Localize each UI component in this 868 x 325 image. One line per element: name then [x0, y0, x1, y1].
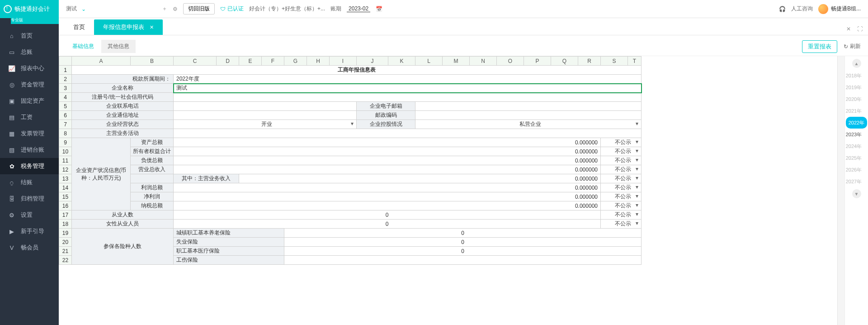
col-J[interactable]: J [357, 57, 388, 66]
row-4[interactable]: 4 [59, 93, 72, 102]
row-8[interactable]: 8 [59, 129, 72, 138]
row-21[interactable]: 21 [59, 247, 72, 256]
metric-val[interactable]: 0.000000 [174, 192, 601, 201]
row-18[interactable]: 18 [59, 220, 72, 229]
postal-input[interactable] [415, 111, 642, 120]
year-2026年[interactable]: 2026年 [846, 164, 867, 176]
sidebar-item-ledger[interactable]: ▭总账 [0, 44, 59, 60]
row-15[interactable]: 15 [59, 192, 72, 201]
metric-val[interactable]: 0.000000 [174, 156, 601, 165]
col-M[interactable]: M [443, 57, 470, 66]
switch-old-button[interactable]: 切回旧版 [183, 3, 215, 14]
year-2020年[interactable]: 2020年 [846, 93, 867, 105]
row-16[interactable]: 16 [59, 201, 72, 210]
gear-icon[interactable]: ⚙ [173, 6, 178, 12]
year-down-icon[interactable]: ▼ [852, 189, 861, 198]
row-10[interactable]: 10 [59, 147, 72, 156]
row-14[interactable]: 14 [59, 183, 72, 192]
emp-pub[interactable]: 不公示 [601, 210, 642, 220]
refresh-button[interactable]: ↻ 刷新 [844, 43, 861, 50]
year-2019年[interactable]: 2019年 [846, 81, 867, 93]
year-2025年[interactable]: 2025年 [846, 152, 867, 164]
year-up-icon[interactable]: ▲ [852, 59, 861, 68]
close-all-icon[interactable]: ✕ [846, 26, 851, 32]
col-G[interactable]: G [284, 57, 307, 66]
spreadsheet[interactable]: ABCDEFGHIJKLMNOPQRST1工商年报信息表2税款所属期间：2022… [59, 56, 837, 325]
company-select[interactable]: 测试 ⌄ [66, 5, 156, 13]
status-select[interactable]: 开业 [174, 120, 357, 129]
ins-val[interactable]: 0 [284, 238, 642, 247]
sidebar-item-asset[interactable]: ▣固定资产 [0, 93, 59, 109]
sidebar-item-report[interactable]: 📈报表中心 [0, 60, 59, 76]
ins-val[interactable] [284, 256, 642, 265]
subtab-other[interactable]: 其他信息 [101, 40, 136, 53]
sidebar-item-salary[interactable]: ▤工资 [0, 109, 59, 125]
metric-pub[interactable]: 不公示 [601, 165, 642, 174]
ins-val[interactable]: 0 [284, 247, 642, 256]
row-11[interactable]: 11 [59, 156, 72, 165]
tab-home[interactable]: 首页 [64, 19, 94, 35]
col-E[interactable]: E [239, 57, 262, 66]
sidebar-item-tax[interactable]: ✿税务管理 [0, 158, 59, 174]
holding-select[interactable]: 私营企业 [415, 120, 642, 129]
regno-input[interactable] [174, 93, 642, 102]
sidebar-item-settings[interactable]: ⚙设置 [0, 207, 59, 223]
metric-pub[interactable]: 不公示 [601, 201, 642, 210]
sidebar-item-archive[interactable]: 🗄归档管理 [0, 191, 59, 207]
row-22[interactable]: 22 [59, 256, 72, 265]
row-3[interactable]: 3 [59, 84, 72, 93]
year-2021年[interactable]: 2021年 [846, 105, 867, 117]
metric-val[interactable]: 0.000000 [174, 165, 601, 174]
metric-val[interactable]: 0.000000 [239, 174, 601, 183]
tab-annual-report[interactable]: 年报信息申报表 ✕ [94, 19, 163, 35]
col-Q[interactable]: Q [551, 57, 578, 66]
row-1[interactable]: 1 [59, 66, 72, 75]
headset-icon[interactable]: 🎧 [779, 6, 786, 12]
email-input[interactable] [415, 102, 642, 111]
female-pub[interactable]: 不公示 [601, 220, 642, 229]
row-9[interactable]: 9 [59, 138, 72, 147]
row-7[interactable]: 7 [59, 120, 72, 129]
ins-val[interactable]: 0 [284, 229, 642, 238]
row-13[interactable]: 13 [59, 174, 72, 183]
phone-input[interactable] [174, 102, 357, 111]
row-12[interactable]: 12 [59, 165, 72, 174]
metric-val[interactable]: 0.000000 [174, 183, 601, 192]
sidebar-item-close-period[interactable]: ⍜结账 [0, 174, 59, 191]
col-O[interactable]: O [497, 57, 524, 66]
expand-icon[interactable]: ⛶ [857, 26, 863, 32]
subtab-basic[interactable]: 基础信息 [66, 40, 100, 53]
metric-val[interactable]: 0.000000 [174, 138, 601, 147]
year-2027年[interactable]: 2027年 [846, 176, 867, 187]
emp-val[interactable]: 0 [174, 210, 601, 220]
female-val[interactable]: 0 [174, 220, 601, 229]
row-19[interactable]: 19 [59, 229, 72, 238]
sidebar-item-invoice[interactable]: ▦发票管理 [0, 125, 59, 142]
metric-val[interactable]: 0.000000 [174, 147, 601, 156]
addr-input[interactable] [174, 111, 357, 120]
row-17[interactable]: 17 [59, 210, 72, 220]
col-L[interactable]: L [415, 57, 443, 66]
plus-icon[interactable]: ＋ [162, 5, 167, 13]
row-20[interactable]: 20 [59, 238, 72, 247]
close-icon[interactable]: ✕ [150, 24, 154, 30]
col-A[interactable]: A [72, 57, 131, 66]
col-C[interactable]: C [174, 57, 217, 66]
col-F[interactable]: F [262, 57, 284, 66]
metric-pub[interactable]: 不公示 [601, 183, 642, 192]
row-2[interactable]: 2 [59, 75, 72, 84]
sidebar-item-vip[interactable]: V畅会员 [0, 239, 59, 256]
metric-pub[interactable]: 不公示 [601, 192, 642, 201]
scrollbar-vertical[interactable] [837, 56, 844, 325]
col-D[interactable]: D [217, 57, 239, 66]
support-link[interactable]: 人工咨询 [791, 5, 813, 13]
metric-pub[interactable]: 不公示 [601, 138, 642, 147]
sidebar-item-funds[interactable]: ◎资金管理 [0, 76, 59, 93]
col-N[interactable]: N [470, 57, 497, 66]
metric-pub[interactable]: 不公示 [601, 147, 642, 156]
col-P[interactable]: P [524, 57, 551, 66]
period-value[interactable]: 2023-02 [347, 5, 370, 12]
row-5[interactable]: 5 [59, 102, 72, 111]
reset-report-button[interactable]: 重置报表 [802, 40, 837, 53]
col-I[interactable]: I [330, 57, 357, 66]
